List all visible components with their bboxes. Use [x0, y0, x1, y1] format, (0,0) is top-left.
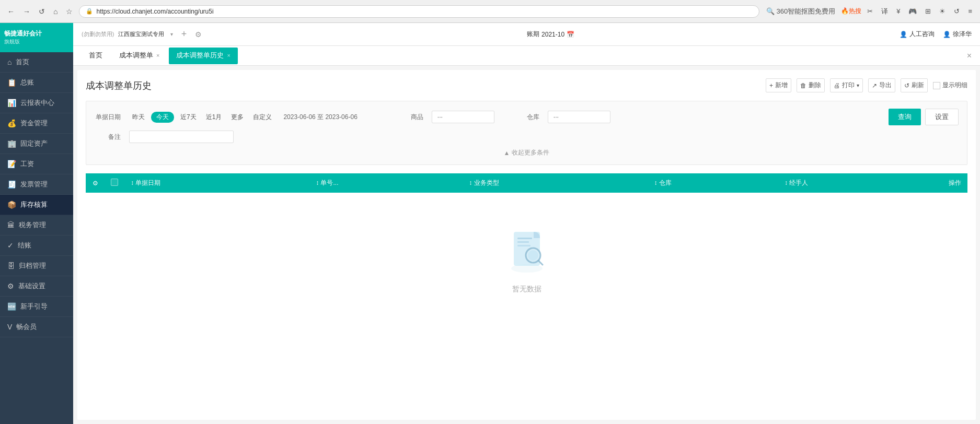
- sidebar-item-payroll[interactable]: 📝 工资: [0, 154, 73, 174]
- menu-tool[interactable]: ≡: [965, 6, 975, 16]
- home-button[interactable]: ⌂: [51, 6, 60, 17]
- sidebar-item-inventory[interactable]: 📦 库存核算: [0, 195, 73, 215]
- th-warehouse[interactable]: ↕ 仓库: [648, 173, 778, 193]
- tab-cost-adjust-label: 成本调整单: [119, 51, 153, 60]
- th-checkbox[interactable]: [105, 173, 124, 193]
- close-window-icon[interactable]: ×: [967, 51, 972, 60]
- service-button[interactable]: 👤 人工咨询: [900, 30, 935, 39]
- sidebar-label-member: 畅会员: [16, 322, 37, 332]
- page-content: 成本调整单历史 + 新增 🗑 删除 🖨 打印 ▾: [77, 70, 976, 420]
- inventory-icon: 📦: [7, 201, 16, 209]
- period-selector[interactable]: 账期 2021-10 📅: [527, 30, 574, 39]
- sidebar-item-settings[interactable]: ⚙ 基础设置: [0, 276, 73, 297]
- sidebar-item-guide[interactable]: 🆕 新手引导: [0, 297, 73, 317]
- warning-text: (勿删勿禁用): [82, 31, 114, 37]
- sun-tool[interactable]: ☀: [937, 6, 948, 16]
- ledger-icon: 📋: [7, 78, 16, 87]
- refresh-button[interactable]: ↺: [37, 6, 47, 17]
- sidebar-item-ledger[interactable]: 📋 总账: [0, 73, 73, 93]
- query-button[interactable]: 查询: [889, 109, 921, 125]
- sidebar-item-home[interactable]: ⌂ 首页: [0, 52, 73, 73]
- payroll-icon: 📝: [7, 160, 16, 168]
- date-btn-custom[interactable]: 自定义: [250, 112, 275, 123]
- print-label: 打印: [842, 81, 855, 90]
- page-actions: + 新增 🗑 删除 🖨 打印 ▾ ↗ 导出: [766, 78, 967, 92]
- tab-home[interactable]: 首页: [82, 48, 110, 64]
- member-icon: V: [7, 323, 12, 331]
- grid-tool[interactable]: ⊞: [923, 6, 933, 16]
- filter-date-row: 单据日期 昨天 今天 近7天 近1月 更多 自定义 2023-06-06 至 2…: [95, 109, 959, 125]
- refresh-button[interactable]: ↺ 刷新: [901, 78, 928, 92]
- th-operator[interactable]: ↕ 经手人: [778, 173, 936, 193]
- goods-dropdown[interactable]: ···: [432, 111, 494, 123]
- th-actions-label: 操作: [949, 179, 961, 186]
- scissors-tool[interactable]: ✂: [864, 6, 875, 16]
- translate-tool[interactable]: 译: [879, 6, 891, 17]
- date-btn-7days[interactable]: 近7天: [177, 112, 200, 123]
- sidebar-item-settlement[interactable]: ✓ 结账: [0, 235, 73, 256]
- app-container: 畅捷通好会计 旗舰版 ⌂ 首页 📋 总账 📊 云报表中心 💰 资金管理 🏢 固定…: [0, 23, 980, 424]
- set-button[interactable]: 设置: [925, 109, 959, 125]
- tab-cost-adjust-history-label: 成本调整单历史: [176, 51, 224, 60]
- back-button[interactable]: ←: [5, 6, 17, 17]
- warehouse-placeholder: ···: [554, 113, 559, 121]
- th-settings[interactable]: ⚙: [86, 173, 105, 193]
- th-number-label: ↕ 单号...: [316, 179, 338, 186]
- sidebar-item-funds[interactable]: 💰 资金管理: [0, 113, 73, 134]
- refresh-icon: ↺: [904, 82, 909, 89]
- wallet-tool[interactable]: ¥: [894, 6, 903, 16]
- star-button[interactable]: ☆: [64, 6, 75, 17]
- sidebar-label-guide: 新手引导: [20, 302, 48, 311]
- search-tool[interactable]: 🔍 360智能抠图免费用: [764, 6, 838, 17]
- note-input[interactable]: [129, 131, 234, 143]
- sidebar-item-reports[interactable]: 📊 云报表中心: [0, 93, 73, 113]
- tab-cost-adjust-close[interactable]: ×: [156, 52, 159, 58]
- add-tab-button[interactable]: +: [179, 29, 189, 40]
- display-detail-toggle[interactable]: 显示明细: [933, 81, 967, 90]
- header-checkbox[interactable]: [111, 179, 118, 186]
- forward-button[interactable]: →: [21, 6, 32, 17]
- warehouse-dropdown[interactable]: ···: [548, 111, 610, 123]
- th-date[interactable]: ↕ 单据日期: [124, 173, 309, 193]
- print-dropdown[interactable]: ▾: [857, 83, 859, 88]
- user-profile[interactable]: 👤 徐泽华: [943, 30, 972, 39]
- collapse-arrow-icon: ▲: [504, 149, 510, 157]
- sidebar-item-invoice[interactable]: 🧾 发票管理: [0, 174, 73, 195]
- th-operator-label: ↕ 经手人: [785, 179, 808, 186]
- browser-chrome: ← → ↺ ⌂ ☆ 🔒 https://cloud.chanjet.com/ac…: [0, 0, 980, 23]
- display-checkbox[interactable]: [933, 82, 940, 89]
- print-button[interactable]: 🖨 打印 ▾: [830, 78, 863, 92]
- service-person-icon: 👤: [900, 31, 907, 38]
- tab-cost-adjust[interactable]: 成本调整单 ×: [112, 48, 167, 64]
- tab-home-label: 首页: [89, 51, 102, 60]
- date-btn-more[interactable]: 更多: [228, 112, 247, 123]
- sidebar-item-fixed-assets[interactable]: 🏢 固定资产: [0, 134, 73, 154]
- undo-tool[interactable]: ↺: [951, 6, 962, 16]
- tab-cost-adjust-history-close[interactable]: ×: [227, 52, 230, 58]
- company-dropdown-arrow[interactable]: ▾: [170, 31, 173, 37]
- sidebar-item-member[interactable]: V 畅会员: [0, 317, 73, 337]
- date-btn-yesterday[interactable]: 昨天: [129, 112, 148, 123]
- collapse-button[interactable]: ▲ 收起更多条件: [95, 148, 959, 157]
- tab-cost-adjust-history[interactable]: 成本调整单历史 ×: [169, 48, 237, 64]
- sidebar-item-archive[interactable]: 🗄 归档管理: [0, 256, 73, 276]
- date-btn-1month[interactable]: 近1月: [203, 112, 225, 123]
- topbar-settings-icon[interactable]: ⚙: [195, 30, 202, 39]
- address-bar[interactable]: 🔒 https://cloud.chanjet.com/accounting/u…: [79, 5, 759, 18]
- display-label: 显示明细: [942, 81, 967, 90]
- service-label: 人工咨询: [909, 30, 935, 39]
- settlement-icon: ✓: [7, 241, 14, 250]
- new-button[interactable]: + 新增: [766, 78, 791, 92]
- date-btn-today[interactable]: 今天: [151, 112, 174, 123]
- company-warning: (勿删勿禁用) 江西服宝测试专用: [82, 30, 164, 38]
- calendar-icon[interactable]: 📅: [567, 31, 574, 38]
- export-button[interactable]: ↗ 导出: [868, 78, 895, 92]
- th-biz-type[interactable]: ↕ 业务类型: [463, 173, 648, 193]
- th-number[interactable]: ↕ 单号...: [309, 173, 463, 193]
- sidebar-item-tax[interactable]: 🏛 税务管理: [0, 215, 73, 235]
- delete-button[interactable]: 🗑 删除: [797, 78, 825, 92]
- game-tool[interactable]: 🎮: [906, 6, 919, 16]
- tab-window-close[interactable]: ×: [967, 51, 972, 61]
- browser-tools: 🔍 360智能抠图免费用 🔥热搜 ✂ 译 ¥ 🎮 ⊞ ☀ ↺ ≡: [764, 6, 975, 17]
- tabs-bar: 首页 成本调整单 × 成本调整单历史 × ×: [73, 46, 980, 66]
